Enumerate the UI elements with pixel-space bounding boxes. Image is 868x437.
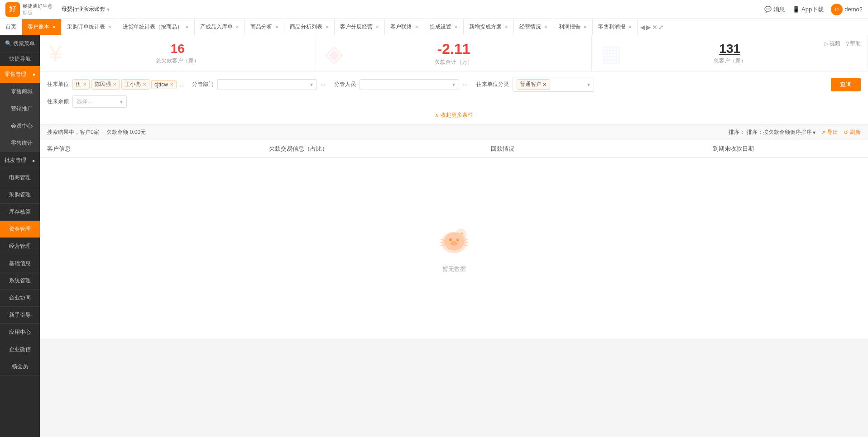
nav-expand-icon[interactable]: ⤢	[658, 24, 664, 31]
tab-retail-profit[interactable]: 零售利润报 ✕	[593, 19, 638, 35]
dept-select[interactable]: ▾	[217, 79, 317, 90]
tab-close-icon[interactable]: ✕	[375, 24, 379, 29]
sidebar-item-basic-info[interactable]: 基础信息	[0, 255, 40, 272]
sidebar-item-marketing[interactable]: 营销推广	[0, 100, 40, 118]
tab-close-icon[interactable]: ✕	[235, 24, 239, 29]
tab-new-commission[interactable]: 新增提成方案 ✕	[464, 19, 514, 35]
stat-value-total-customers: 131	[719, 42, 740, 56]
nav-arrows: ◀ ▶ ✕ ⤢	[638, 24, 667, 31]
top-bar-right: 💬 消息 📱 App下载 D demo2	[764, 4, 863, 15]
top-bar-left: 好 畅捷通好生意 标版 母婴行业演示账套 ▾	[5, 2, 110, 17]
tab-close-icon[interactable]: ✕	[544, 24, 547, 29]
export-button[interactable]: ↗ 导出	[821, 128, 838, 136]
collapse-button[interactable]: ∧ 收起更多条件	[47, 111, 861, 119]
download-icon: 📱	[792, 6, 800, 13]
sidebar-item-system[interactable]: 系统管理	[0, 272, 40, 290]
dept-more[interactable]: ···	[321, 81, 325, 88]
tab-close-icon[interactable]: ✕	[325, 24, 329, 29]
tag-close-category[interactable]: ✕	[542, 81, 547, 88]
table-container: 客户信息 欠款交易信息（占比） 回款情况 到期未收款日期	[40, 140, 868, 339]
tab-profit-report[interactable]: 利润报告 ✕	[553, 19, 593, 35]
sidebar-item-app-center[interactable]: 应用中心	[0, 324, 40, 341]
tab-commission-settings[interactable]: 提成设置 ✕	[424, 19, 464, 35]
remain-select[interactable]: 选择... ▾	[72, 95, 127, 108]
empty-state: 暂无数据	[436, 223, 472, 273]
tab-purchase-order[interactable]: 采购订单统计表 ✕	[62, 19, 117, 35]
col-debt-info: 欠款交易信息（占比）	[269, 145, 491, 153]
chevron-down-icon: ▾	[310, 81, 313, 88]
nav-left-icon[interactable]: ◀	[640, 24, 645, 31]
tab-customer-layer[interactable]: 客户分层经营 ✕	[335, 19, 385, 35]
sidebar-item-wholesale[interactable]: 批发管理 ▸	[0, 152, 40, 169]
sort-selector[interactable]: 排序：按欠款金额倒序排序 ▾	[747, 128, 815, 136]
tab-close-icon[interactable]: ✕	[185, 24, 189, 29]
logo-icon: 好	[5, 2, 20, 17]
sidebar-item-inventory[interactable]: 库存核算	[0, 204, 40, 221]
tab-close-icon[interactable]: ✕	[108, 24, 111, 29]
table-body: 暂无数据	[40, 158, 868, 339]
app-download-button[interactable]: 📱 App下载	[792, 5, 824, 14]
sidebar-item-enterprise-collab[interactable]: 企业协同	[0, 290, 40, 307]
sidebar-search[interactable]: 🔍 搜索菜单	[0, 35, 40, 52]
sidebar-item-retail[interactable]: 零售管理 ▾	[0, 66, 40, 83]
message-button[interactable]: 💬 消息	[764, 5, 785, 14]
sidebar-item-operations[interactable]: 经营管理	[0, 238, 40, 255]
sidebar-item-guide[interactable]: 新手引导	[0, 307, 40, 324]
category-tag-normal: 普通客户 ✕	[517, 79, 550, 90]
tab-customer-contact[interactable]: 客户联络 ✕	[385, 19, 424, 35]
chevron-down-icon: ▾	[33, 71, 35, 78]
tab-purchase-stats[interactable]: 进货单统计表（按商品） ✕	[117, 19, 195, 35]
tab-close-icon[interactable]: ✕	[52, 24, 56, 29]
staff-more[interactable]: ···	[463, 81, 467, 88]
filter-area: 往来单位 伍 ✕ 陈民强 ✕ 王小亮 ✕ cjttcw	[40, 71, 868, 125]
nav-close-icon[interactable]: ✕	[652, 24, 657, 31]
dept-filter-label: 分管部门	[192, 81, 214, 88]
chevron-down-icon: ▾	[452, 81, 455, 88]
tab-goods-analysis[interactable]: 商品分析 ✕	[245, 19, 284, 35]
col-repayment: 回款情况	[491, 145, 713, 153]
tab-close-icon[interactable]: ✕	[504, 24, 508, 29]
user-menu[interactable]: D demo2	[831, 4, 863, 15]
chevron-right-icon: ▸	[33, 157, 35, 164]
tab-close-icon[interactable]: ✕	[583, 24, 587, 29]
tab-business[interactable]: 经营情况 ✕	[514, 19, 553, 35]
query-button[interactable]: 查询	[831, 78, 861, 91]
refresh-button[interactable]: ↺ 刷新	[844, 128, 861, 136]
tab-home[interactable]: 首页	[0, 19, 22, 35]
tab-customer-account[interactable]: 客户账本 ✕	[22, 19, 62, 35]
tab-goods-analysis-list[interactable]: 商品分析列表 ✕	[284, 19, 335, 35]
sidebar-item-purchase[interactable]: 采购管理	[0, 186, 40, 204]
tag-close-chen[interactable]: ✕	[113, 82, 116, 87]
category-select[interactable]: 普通客户 ✕ ▾	[513, 77, 594, 92]
more-tags[interactable]: ...	[178, 81, 183, 88]
industry-selector[interactable]: 母婴行业演示账套 ▾	[62, 5, 110, 13]
help-button[interactable]: ? 帮助	[846, 40, 861, 48]
sidebar-item-member[interactable]: 会员中心	[0, 118, 40, 135]
sidebar-item-retail-stats[interactable]: 零售统计	[0, 135, 40, 152]
tag-close-cjttcw[interactable]: ✕	[170, 82, 173, 87]
sidebar-item-enterprise-wechat[interactable]: 企业微信	[0, 341, 40, 358]
nav-right-icon[interactable]: ▶	[646, 24, 651, 31]
tag-close-wu[interactable]: ✕	[83, 82, 86, 87]
sidebar-item-finance[interactable]: 资金管理	[0, 221, 40, 238]
sidebar: 🔍 搜索菜单 快捷导航 零售管理 ▾ 零售商城 营销推广 会员中心 零售统计 批…	[0, 35, 40, 437]
chevron-up-icon: ∧	[435, 112, 439, 119]
video-help-button[interactable]: ▷ 视频	[825, 40, 840, 48]
stat-debt-customers: ¥ 16 总欠款客户（家）	[40, 35, 316, 71]
sidebar-item-retail-mall[interactable]: 零售商城	[0, 83, 40, 100]
tab-close-icon[interactable]: ✕	[454, 24, 458, 29]
col-customer-info: 客户信息	[47, 145, 269, 153]
filter-row-2: 往来余额 选择... ▾	[47, 95, 861, 108]
stat-label-debt-customers: 总欠款客户（家）	[156, 57, 199, 65]
staff-select[interactable]: ▾	[360, 79, 459, 90]
tab-close-icon[interactable]: ✕	[415, 24, 418, 29]
svg-point-4	[451, 241, 458, 246]
tag-close-wang[interactable]: ✕	[143, 82, 146, 87]
sidebar-item-chang-member[interactable]: 畅会员	[0, 358, 40, 375]
sidebar-item-ecommerce[interactable]: 电商管理	[0, 169, 40, 186]
tab-close-icon[interactable]: ✕	[275, 24, 278, 29]
message-icon: 💬	[764, 6, 772, 13]
tab-product-inbound[interactable]: 产成品入库单 ✕	[195, 19, 245, 35]
sidebar-quick-nav[interactable]: 快捷导航	[0, 52, 40, 66]
tab-close-icon[interactable]: ✕	[628, 24, 632, 29]
